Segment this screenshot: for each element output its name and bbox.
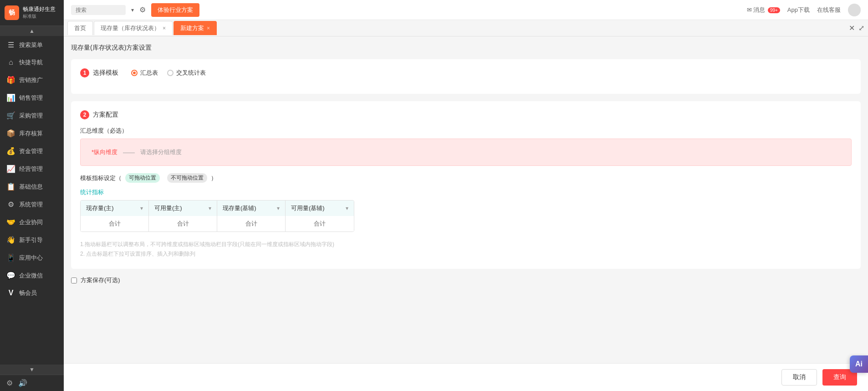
stats-table-header: 现存量(主) ▾ 可用量(主) ▾ 现存量(基辅) ▾ 可用量(基辅) ▾ — [81, 201, 354, 216]
stats-col-2-label: 现存量(基辅) — [223, 204, 256, 212]
business-icon: 📈 — [6, 165, 15, 173]
radio-summary-label: 汇总表 — [140, 69, 158, 77]
sidebar-item-label: 资金管理 — [19, 147, 43, 155]
sidebar-item-cooperation[interactable]: 🤝 企业协同 — [0, 213, 64, 231]
cancel-button[interactable]: 取消 — [781, 369, 817, 386]
stats-col-0-dropdown[interactable]: ▾ — [140, 205, 143, 211]
gear-icon[interactable]: ⚙ — [139, 5, 146, 14]
stats-col-1[interactable]: 可用量(主) ▾ — [149, 201, 217, 216]
stats-section-title: 统计指标 — [80, 188, 852, 196]
dropdown-icon[interactable]: ▾ — [131, 7, 134, 13]
sidebar-item-label: 新手引导 — [19, 236, 43, 244]
tip-2: 2. 点击标题栏下拉可设置排序、插入列和删除列 — [80, 250, 852, 258]
sound-icon[interactable]: 🔊 — [18, 379, 27, 387]
sidebar-item-label: 企业微信 — [19, 272, 43, 280]
stats-col-0[interactable]: 现存量(主) ▾ — [81, 201, 149, 216]
tabbar-close-icon[interactable]: ✕ — [849, 24, 855, 32]
sidebar-item-basic-info[interactable]: 📋 基础信息 — [0, 178, 64, 196]
sidebar-item-business[interactable]: 📈 经营管理 — [0, 160, 64, 178]
wechat-icon: 💬 — [6, 271, 15, 280]
topbar: ▾ ⚙ 体验行业方案 ✉ 消息 99+ App下载 在线客服 — [64, 0, 868, 20]
stats-table-body: 合计 合计 合计 合计 — [81, 216, 354, 232]
ai-fab-button[interactable]: Ai — [850, 355, 868, 373]
search-input[interactable] — [71, 5, 126, 15]
tab-new-scheme-label: 新建方案 — [180, 24, 204, 32]
sidebar-item-label: 营销推广 — [19, 76, 43, 84]
settings-icon[interactable]: ⚙ — [6, 379, 13, 387]
basic-info-icon: 📋 — [6, 182, 15, 191]
dimension-area: *纵向维度 —— 请选择分组维度 — [80, 139, 852, 166]
message-link[interactable]: ✉ 消息 99+ — [747, 6, 780, 14]
vip-icon: V — [6, 289, 15, 297]
finance-icon: 💰 — [6, 147, 15, 155]
sidebar-item-inventory[interactable]: 📦 库存核算 — [0, 124, 64, 142]
save-option-checkbox[interactable] — [71, 278, 77, 283]
stats-cell-3: 合计 — [286, 216, 354, 232]
sidebar-item-finance[interactable]: 💰 资金管理 — [0, 142, 64, 160]
purchase-icon: 🛒 — [6, 111, 15, 120]
indicator-setting-label: 模板指标设定（ 可拖动位置 不可拖动位置 ） — [80, 173, 852, 183]
sidebar-item-marketing[interactable]: 🎁 营销推广 — [0, 71, 64, 89]
tab-inventory-label: 现存量（库存状况表） — [101, 24, 160, 32]
tabbar-expand-icon[interactable]: ⤢ — [858, 24, 864, 32]
appstore-icon: 📱 — [6, 253, 15, 262]
radio-cross[interactable]: 交叉统计表 — [167, 69, 206, 77]
radio-summary-circle — [131, 70, 138, 76]
app-download-link[interactable]: App下载 — [787, 6, 810, 14]
tab-inventory-close[interactable]: × — [163, 25, 166, 31]
dimension-header: 汇总维度（必选） — [80, 127, 852, 135]
sidebar-item-vip[interactable]: V 畅会员 — [0, 284, 64, 302]
stats-col-1-dropdown[interactable]: ▾ — [209, 205, 211, 211]
save-option-row: 方案保存(可选) — [71, 276, 861, 284]
sidebar-item-label: 企业协同 — [19, 218, 43, 226]
sidebar-scroll-up[interactable]: ▲ — [0, 26, 64, 36]
online-service-link[interactable]: 在线客服 — [817, 6, 841, 14]
sidebar-item-label: 系统管理 — [19, 201, 43, 209]
tip-1: 1.拖动标题栏可以调整布局，不可跨维度或指标区域拖动栏目字段(只能在同一维度或指… — [80, 241, 852, 248]
sidebar-item-purchase[interactable]: 🛒 采购管理 — [0, 107, 64, 124]
stats-col-2[interactable]: 现存量(基辅) ▾ — [217, 201, 286, 216]
stats-cell-0: 合计 — [81, 216, 149, 232]
radio-summary[interactable]: 汇总表 — [131, 69, 158, 77]
indicator-not-draggable-tag: 不可拖动位置 — [167, 173, 207, 183]
save-option-label: 方案保存(可选) — [81, 276, 120, 284]
sidebar-item-sales[interactable]: 📊 销售管理 — [0, 89, 64, 107]
dimension-required-star: *纵向维度 — [92, 148, 117, 156]
sidebar-item-guide[interactable]: 👋 新手引导 — [0, 231, 64, 249]
tab-home[interactable]: 首页 — [67, 21, 93, 35]
sidebar-item-shortcuts[interactable]: ⌂ 快捷导航 — [0, 54, 64, 71]
dimension-placeholder[interactable]: 请选择分组维度 — [140, 148, 182, 156]
sidebar-scroll-down[interactable]: ▼ — [0, 365, 64, 375]
sidebar-item-search[interactable]: ☰ 搜索菜单 — [0, 36, 64, 54]
sidebar-item-label: 基础信息 — [19, 183, 43, 191]
sidebar-item-label: 销售管理 — [19, 94, 43, 102]
indicator-draggable-tag: 可拖动位置 — [125, 173, 160, 183]
stats-col-3-label: 可用量(基辅) — [291, 204, 325, 212]
sales-icon: 📊 — [6, 93, 15, 102]
sidebar-item-wechat[interactable]: 💬 企业微信 — [0, 267, 64, 284]
main-area: ▾ ⚙ 体验行业方案 ✉ 消息 99+ App下载 在线客服 首页 现存量（库存… — [64, 0, 868, 391]
inventory-icon: 📦 — [6, 129, 15, 138]
step1-header: 1 选择模板 汇总表 交叉统计表 — [80, 68, 852, 77]
sidebar-item-label: 采购管理 — [19, 112, 43, 120]
user-avatar[interactable] — [848, 4, 861, 16]
system-icon: ⚙ — [6, 200, 15, 209]
dimension-row: *纵向维度 —— 请选择分组维度 — [92, 148, 840, 156]
tab-inventory[interactable]: 现存量（库存状况表） × — [94, 21, 173, 35]
message-icon: ✉ — [747, 6, 752, 13]
stats-col-2-dropdown[interactable]: ▾ — [277, 205, 280, 211]
indicator-close-paren: ） — [211, 174, 217, 182]
tab-new-scheme-close[interactable]: × — [207, 25, 210, 31]
sidebar-item-appstore[interactable]: 📱 应用中心 — [0, 249, 64, 267]
sidebar-item-system[interactable]: ⚙ 系统管理 — [0, 196, 64, 213]
sidebar-item-label: 应用中心 — [19, 254, 43, 262]
section-config: 2 方案配置 汇总维度（必选） *纵向维度 —— 请选择分组维度 模板指标设定（… — [71, 101, 861, 269]
trial-btn[interactable]: 体验行业方案 — [151, 3, 199, 17]
stats-col-3[interactable]: 可用量(基辅) ▾ — [286, 201, 354, 216]
tab-new-scheme[interactable]: 新建方案 × — [174, 21, 217, 35]
stats-col-3-dropdown[interactable]: ▾ — [346, 205, 348, 211]
cooperation-icon: 🤝 — [6, 218, 15, 226]
action-bar: 取消 查询 — [64, 363, 868, 391]
sidebar-nav: ☰ 搜索菜单 ⌂ 快捷导航 🎁 营销推广 📊 销售管理 🛒 采购管理 📦 库存核… — [0, 36, 64, 365]
step1-num: 1 — [80, 68, 89, 77]
